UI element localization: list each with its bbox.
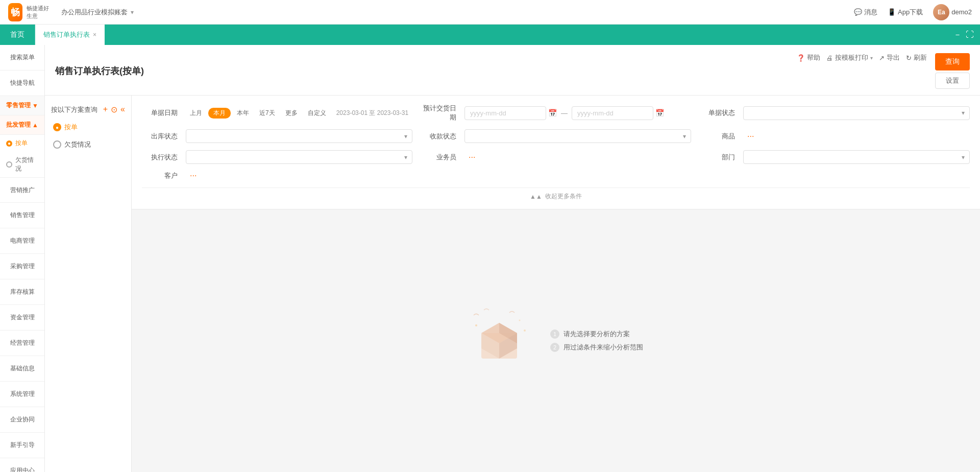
wholesale-mgmt-chevron-icon: ▲	[32, 122, 38, 129]
settings-button[interactable]: 设置	[935, 73, 970, 89]
filter-欠货情况-circle-icon	[53, 140, 61, 149]
help-icon: ❓	[797, 54, 805, 62]
sidebar-operations[interactable]: 经营管理	[0, 331, 44, 356]
system-title-chevron-icon[interactable]: ▾	[131, 9, 134, 16]
system-title: 办公用品行业模拟账套	[61, 8, 128, 17]
app-center-label: 应用中心	[10, 466, 35, 472]
sidebar-marketing[interactable]: 营销推广	[0, 177, 44, 203]
download-label: App下载	[898, 8, 923, 17]
refresh-button[interactable]: ↻ 刷新	[906, 53, 927, 62]
user-name: demo2	[951, 8, 972, 16]
message-button[interactable]: 💬 消息	[854, 8, 877, 17]
edit-filter-icon[interactable]: ⊙	[111, 105, 117, 114]
page-actions: ❓ 帮助 🖨 按模板打印 ▾ ↗ 导出 ↻ 刷新	[797, 53, 927, 62]
help-button[interactable]: ❓ 帮助	[797, 53, 820, 62]
query-button[interactable]: 查询	[935, 53, 970, 70]
maximize-button[interactable]: ⛶	[966, 30, 974, 39]
tab-close-icon[interactable]: ×	[93, 31, 96, 38]
tab-home[interactable]: 首页	[0, 25, 35, 45]
date-period-control: 上月 本月 本年 近7天 更多 自定义 2023-03-01 至 2023-03…	[186, 108, 412, 119]
goods-more-icon[interactable]: ···	[743, 132, 758, 141]
sidebar-sales-mgmt[interactable]: 销售管理	[0, 203, 44, 228]
tab-sales-label: 销售订单执行表	[43, 30, 90, 39]
sidebar-subitem-欠货情况[interactable]: 欠货情况	[0, 152, 44, 177]
export-button[interactable]: ↗ 导出	[879, 53, 900, 62]
app-download-button[interactable]: 📱 App下载	[888, 8, 923, 17]
date-tab-近7天[interactable]: 近7天	[255, 108, 279, 119]
sidebar-wholesale-mgmt[interactable]: 批发管理 ▲	[0, 115, 44, 135]
receipt-select-wrapper	[464, 129, 691, 143]
filter-item-欠货情况[interactable]: 欠货情况	[45, 136, 131, 153]
collapse-button[interactable]: ▲▲ 收起更多条件	[142, 187, 970, 205]
sidebar-quick-nav[interactable]: 快捷导航	[0, 70, 44, 96]
marketing-label: 营销推广	[10, 186, 35, 195]
print-chevron-icon: ▾	[870, 55, 873, 61]
message-label: 消息	[864, 8, 877, 17]
date-range-display: 2023-03-01 至 2023-03-31	[336, 109, 408, 117]
customer-control: ···	[186, 171, 339, 180]
expected-date-to[interactable]	[572, 106, 653, 120]
hint-2-number: 2	[550, 343, 559, 352]
expected-date-from[interactable]	[464, 106, 546, 120]
refresh-icon: ↻	[906, 54, 912, 62]
add-filter-icon[interactable]: +	[103, 105, 108, 114]
print-button[interactable]: 🖨 按模板打印 ▾	[826, 53, 873, 62]
search-label: 搜索菜单	[10, 53, 35, 62]
欠货情况-bullet-icon	[6, 161, 12, 168]
sidebar-finance[interactable]: 资金管理	[0, 305, 44, 331]
avatar-image: Ea	[933, 4, 949, 20]
按单-label: 按单	[15, 139, 28, 148]
salesperson-more-icon[interactable]: ···	[464, 153, 479, 162]
calendar-to-icon[interactable]: 📅	[655, 109, 664, 117]
filter-item-按单[interactable]: ● 按单	[45, 119, 131, 136]
outbound-select[interactable]	[186, 129, 412, 143]
enterprise-collab-label: 企业协同	[10, 415, 35, 424]
sidebar-onboarding[interactable]: 新手引导	[0, 433, 44, 458]
finance-label: 资金管理	[10, 313, 35, 322]
sidebar-purchase[interactable]: 采购管理	[0, 254, 44, 279]
date-tab-本月[interactable]: 本月	[208, 108, 231, 119]
receipt-select[interactable]	[464, 129, 691, 143]
results-section: 1 请先选择要分析的方案 2 用过滤条件来缩小分析范围	[132, 209, 980, 472]
dept-select[interactable]	[743, 150, 970, 164]
sidebar-subitem-按单[interactable]: ● 按单	[0, 135, 44, 152]
svg-point-7	[524, 329, 526, 332]
sidebar-retail-mgmt[interactable]: 零售管理 ▼	[0, 96, 44, 115]
purchase-label: 采购管理	[10, 262, 35, 271]
status-label: 单据状态	[699, 108, 735, 117]
hint-2-text: 用过滤条件来缩小分析范围	[564, 343, 643, 352]
collapse-filter-icon[interactable]: «	[120, 105, 125, 114]
execution-label: 执行状态	[142, 153, 178, 162]
sidebar-search[interactable]: 搜索菜单	[0, 45, 44, 70]
tab-sales-order[interactable]: 销售订单执行表 ×	[35, 25, 105, 45]
wholesale-mgmt-label: 批发管理	[6, 121, 31, 129]
retail-mgmt-label: 零售管理	[6, 101, 31, 110]
sidebar-enterprise-collab[interactable]: 企业协同	[0, 407, 44, 433]
ecommerce-label: 电商管理	[10, 237, 35, 245]
svg-point-5	[475, 324, 477, 326]
download-icon: 📱	[888, 8, 896, 16]
date-tab-自定义[interactable]: 自定义	[304, 108, 330, 119]
sidebar-app-center[interactable]: 应用中心	[0, 458, 44, 472]
hint-1-number: 1	[550, 329, 559, 339]
empty-hints: 1 请先选择要分析的方案 2 用过滤条件来缩小分析范围	[550, 329, 643, 352]
date-tab-上月[interactable]: 上月	[186, 108, 206, 119]
execution-select[interactable]	[186, 150, 412, 164]
sidebar-system-mgmt[interactable]: 系统管理	[0, 382, 44, 407]
user-avatar[interactable]: Ea demo2	[933, 4, 972, 20]
empty-illustration	[469, 305, 530, 366]
customer-more-icon[interactable]: ···	[186, 171, 201, 180]
按单-bullet-icon: ●	[6, 140, 12, 147]
quick-nav-label: 快捷导航	[10, 79, 35, 87]
sidebar-inventory[interactable]: 库存核算	[0, 279, 44, 305]
sidebar-ecommerce[interactable]: 电商管理	[0, 228, 44, 254]
top-actions: 💬 消息 📱 App下载 Ea demo2	[854, 4, 972, 20]
date-tab-更多[interactable]: 更多	[281, 108, 302, 119]
date-tab-本年[interactable]: 本年	[233, 108, 253, 119]
status-select[interactable]	[743, 106, 970, 120]
calendar-from-icon[interactable]: 📅	[548, 109, 557, 117]
minimize-button[interactable]: －	[953, 30, 962, 40]
sidebar-basic-info[interactable]: 基础信息	[0, 356, 44, 382]
empty-hint-1: 1 请先选择要分析的方案	[550, 329, 643, 339]
outbound-select-wrapper	[186, 129, 412, 143]
